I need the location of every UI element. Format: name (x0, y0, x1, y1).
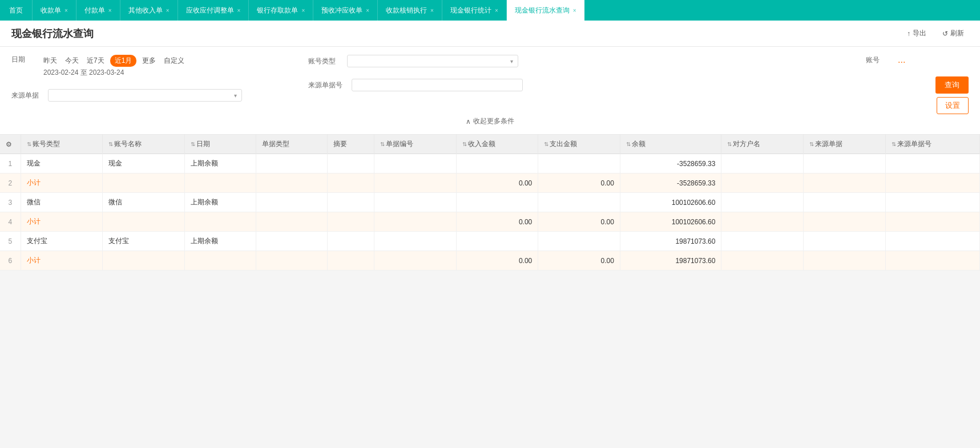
query-button[interactable]: 查询 (935, 76, 969, 94)
cell-income: 0.00 (456, 212, 538, 232)
data-table: ⚙ ⇅账号类型 ⇅账号名称 ⇅日期 单据类型 摘要 ⇅单据编号 ⇅收入金额 ⇅支… (0, 135, 980, 271)
account-type-arrow-icon: ▾ (510, 58, 513, 64)
cell-summary (328, 251, 374, 271)
cell-income (456, 232, 538, 251)
row-number: 2 (0, 173, 21, 193)
nav-advance[interactable]: 预收冲应收单 × (313, 0, 378, 21)
account-label: 账号 (866, 55, 886, 65)
table-row[interactable]: 1现金现金上期余额-3528659.33 (0, 154, 980, 173)
col-income[interactable]: ⇅收入金额 (456, 135, 538, 154)
source-doc-value (53, 91, 232, 99)
collapse-icon: ∧ (466, 118, 471, 126)
col-expense[interactable]: ⇅支出金额 (538, 135, 620, 154)
cell-source-doc-no (885, 193, 979, 212)
cell-counterpart (721, 173, 804, 193)
source-doc-arrow-icon: ▾ (234, 92, 237, 99)
cell-date: 上期余额 (184, 154, 256, 173)
table-row[interactable]: 4小计0.000.00100102606.60 (0, 212, 980, 232)
cell-income: 0.00 (456, 173, 538, 193)
cell-source-doc-no (885, 154, 979, 173)
close-icon[interactable]: × (495, 7, 498, 14)
close-icon[interactable]: × (573, 7, 576, 14)
nav-other-income[interactable]: 其他收入单 × (120, 0, 178, 21)
nav-home[interactable]: 首页 (0, 0, 33, 21)
cell-counterpart (721, 251, 804, 271)
table-row[interactable]: 3微信微信上期余额100102606.60 (0, 193, 980, 212)
col-settings[interactable]: ⚙ (0, 135, 21, 154)
cell-balance: 100102606.60 (620, 212, 721, 232)
refresh-button[interactable]: ↺ 刷新 (938, 26, 969, 41)
date-7days[interactable]: 近7天 (84, 55, 107, 67)
cell-account-type: 现金 (21, 154, 103, 173)
col-account-type[interactable]: ⇅账号类型 (21, 135, 103, 154)
cell-source-doc (804, 154, 886, 173)
row-number: 4 (0, 212, 21, 232)
date-today[interactable]: 今天 (63, 55, 81, 67)
cell-summary (328, 232, 374, 251)
col-source-doc-no[interactable]: ⇅来源单据号 (885, 135, 979, 154)
row-number: 3 (0, 193, 21, 212)
cell-summary (328, 154, 374, 173)
table-row[interactable]: 5支付宝支付宝上期余额19871073.60 (0, 232, 980, 251)
row-number: 1 (0, 154, 21, 173)
date-yesterday[interactable]: 昨天 (41, 55, 59, 67)
account-dots[interactable]: ... (896, 55, 908, 65)
col-doc-no[interactable]: ⇅单据编号 (374, 135, 457, 154)
export-button[interactable]: ↑ 导出 (902, 26, 931, 41)
cell-doc-no (374, 212, 457, 232)
table-row[interactable]: 2小计0.000.00-3528659.33 (0, 173, 980, 193)
settings-button[interactable]: 设置 (937, 97, 969, 114)
source-doc-no-input[interactable] (352, 79, 523, 91)
col-account-name[interactable]: ⇅账号名称 (103, 135, 185, 154)
nav-statistics[interactable]: 现金银行统计 × (442, 0, 507, 21)
cell-doc-type (256, 193, 328, 212)
cell-account-type: 小计 (21, 251, 103, 271)
source-doc-label: 来源单据 (11, 91, 39, 100)
nav-cashflow[interactable]: 现金银行流水查询 × (507, 0, 584, 21)
close-icon[interactable]: × (301, 7, 305, 14)
page-header: 现金银行流水查询 ↑ 导出 ↺ 刷新 (0, 21, 980, 47)
source-doc-no-label: 来源单据号 (308, 80, 342, 90)
nav-receipt[interactable]: 收款单 × (33, 0, 76, 21)
cell-doc-no (374, 154, 457, 173)
cell-account-name: 现金 (103, 154, 185, 173)
export-icon: ↑ (907, 30, 910, 38)
close-icon[interactable]: × (430, 7, 434, 14)
close-icon[interactable]: × (166, 7, 170, 14)
close-icon[interactable]: × (366, 7, 369, 14)
account-type-select[interactable]: ▾ (347, 55, 518, 67)
cell-doc-type (256, 154, 328, 173)
close-icon[interactable]: × (64, 7, 68, 14)
cell-balance: 19871073.60 (620, 232, 721, 251)
cell-balance: 19871073.60 (620, 251, 721, 271)
cell-income: 0.00 (456, 251, 538, 271)
col-source-doc[interactable]: ⇅来源单据 (804, 135, 886, 154)
cell-source-doc (804, 212, 886, 232)
cell-expense (538, 193, 620, 212)
table-row[interactable]: 6小计0.000.0019871073.60 (0, 251, 980, 271)
cell-account-name (103, 251, 185, 271)
gear-icon: ⚙ (6, 140, 12, 148)
col-counterpart[interactable]: ⇅对方户名 (721, 135, 804, 154)
nav-bank-deposit[interactable]: 银行存取款单 × (249, 0, 313, 21)
cell-balance: -3528659.33 (620, 173, 721, 193)
close-icon[interactable]: × (108, 7, 112, 14)
cell-income (456, 154, 538, 173)
cell-doc-type (256, 173, 328, 193)
cell-account-name (103, 173, 185, 193)
cell-expense: 0.00 (538, 251, 620, 271)
nav-adjustment[interactable]: 应收应付调整单 × (178, 0, 249, 21)
date-1month[interactable]: 近1月 (110, 55, 137, 67)
cell-source-doc (804, 232, 886, 251)
nav-verify[interactable]: 收款核销执行 × (378, 0, 442, 21)
date-more[interactable]: 更多 (140, 55, 158, 67)
close-icon[interactable]: × (237, 7, 241, 14)
source-doc-select[interactable]: ▾ (48, 89, 242, 102)
cell-account-type: 小计 (21, 212, 103, 232)
cell-date (184, 212, 256, 232)
col-balance[interactable]: ⇅余额 (620, 135, 721, 154)
date-custom[interactable]: 自定义 (162, 55, 187, 67)
collapse-bar[interactable]: ∧ 收起更多条件 (11, 114, 969, 128)
col-date[interactable]: ⇅日期 (184, 135, 256, 154)
nav-payment[interactable]: 付款单 × (76, 0, 120, 21)
